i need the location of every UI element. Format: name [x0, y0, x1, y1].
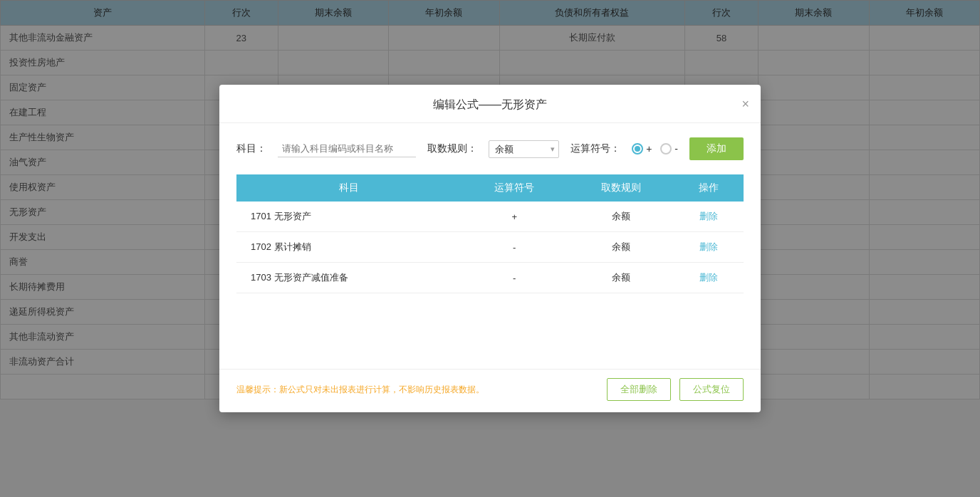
table-row: 1703 无形资产减值准备-余额删除 — [236, 263, 744, 293]
delete-link[interactable]: 删除 — [699, 211, 718, 221]
radio-minus-label: - — [674, 143, 678, 155]
table-row: 1701 无形资产+余额删除 — [236, 202, 744, 232]
radio-minus[interactable]: - — [660, 143, 678, 155]
add-button[interactable]: 添加 — [689, 137, 744, 160]
operator-radio-group: + - — [632, 143, 678, 155]
modal-dialog: 编辑公式——无形资产 × 科目： 取数规则： 余额 借方余额 贷方余额 借方发 — [219, 85, 761, 412]
radio-plus-label: + — [646, 143, 652, 155]
page-container: 资产行次期末余额年初余额负债和所有者权益行次期末余额年初余额 其他非流动金融资产… — [0, 0, 980, 497]
reset-formula-button[interactable]: 公式复位 — [679, 378, 744, 401]
action-cell: 删除 — [674, 232, 744, 263]
delete-all-button[interactable]: 全部删除 — [607, 378, 671, 401]
modal-body: 科目： 取数规则： 余额 借方余额 贷方余额 借方发生额 贷方发生额 运算符号： — [219, 123, 761, 369]
modal-overlay: 编辑公式——无形资产 × 科目： 取数规则： 余额 借方余额 贷方余额 借方发 — [0, 0, 980, 497]
subject-cell: 1703 无形资产减值准备 — [236, 263, 461, 293]
radio-plus-circle — [632, 143, 643, 155]
footer-buttons: 全部删除 公式复位 — [607, 378, 744, 401]
subject-cell: 1702 累计摊销 — [236, 232, 461, 263]
operator-cell: + — [461, 202, 568, 232]
modal-footer: 温馨提示：新公式只对未出报表进行计算，不影响历史报表数据。 全部删除 公式复位 — [219, 369, 761, 412]
rule-label: 取数规则： — [427, 142, 477, 155]
inner-col-header: 运算符号 — [461, 174, 568, 202]
subject-input[interactable] — [278, 140, 416, 157]
operator-cell: - — [461, 232, 568, 263]
action-cell: 删除 — [674, 202, 744, 232]
close-button[interactable]: × — [741, 98, 749, 110]
operator-label: 运算符号： — [570, 142, 620, 155]
inner-col-header: 取数规则 — [568, 174, 674, 202]
rule-cell: 余额 — [568, 232, 674, 263]
formula-table: 科目运算符号取数规则操作 1701 无形资产+余额删除1702 累计摊销-余额删… — [236, 174, 744, 293]
delete-link[interactable]: 删除 — [699, 241, 718, 252]
subject-cell: 1701 无形资产 — [236, 202, 461, 232]
rule-cell: 余额 — [568, 263, 674, 293]
action-cell: 删除 — [674, 263, 744, 293]
rule-select[interactable]: 余额 借方余额 贷方余额 借方发生额 贷方发生额 — [489, 140, 559, 158]
inner-col-header: 科目 — [236, 174, 461, 202]
operator-cell: - — [461, 263, 568, 293]
rule-cell: 余额 — [568, 202, 674, 232]
delete-link[interactable]: 删除 — [699, 272, 718, 283]
radio-plus[interactable]: + — [632, 143, 652, 155]
footer-tip: 温馨提示：新公式只对未出报表进行计算，不影响历史报表数据。 — [236, 384, 484, 396]
form-row: 科目： 取数规则： 余额 借方余额 贷方余额 借方发生额 贷方发生额 运算符号： — [236, 137, 744, 160]
radio-minus-circle — [660, 143, 672, 155]
inner-col-header: 操作 — [674, 174, 744, 202]
modal-header: 编辑公式——无形资产 × — [219, 85, 761, 123]
modal-title: 编辑公式——无形资产 — [433, 98, 547, 113]
rule-select-wrapper[interactable]: 余额 借方余额 贷方余额 借方发生额 贷方发生额 — [489, 140, 559, 158]
subject-label: 科目： — [236, 142, 266, 155]
table-row: 1702 累计摊销-余额删除 — [236, 232, 744, 263]
